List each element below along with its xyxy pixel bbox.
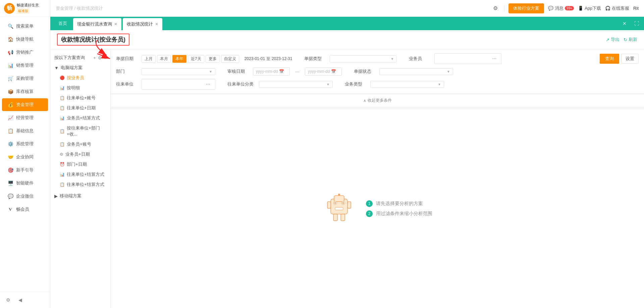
partner-select[interactable]: ··· xyxy=(142,79,215,90)
scheme-partner-date[interactable]: 📋 往来单位+日期 xyxy=(56,103,110,113)
salesperson-select[interactable]: ··· xyxy=(434,53,501,64)
settings-footer-button[interactable]: ⚙ xyxy=(3,295,13,305)
query-button[interactable]: 查询 xyxy=(600,54,619,64)
biz-type-label: 业务类型 xyxy=(345,81,365,87)
scheme-label: 业务员+结算方式 xyxy=(67,115,100,121)
settings-button[interactable]: 设置 xyxy=(621,54,639,64)
collapse-more-conditions[interactable]: ∧ 收起更多条件 xyxy=(111,94,644,107)
sidebar-item-label: 采购管理 xyxy=(16,75,34,82)
main-content: 资金管理 / 收款情况统计 ⚙ 体验行业方案 💬 消息 99+ 📱 App下载 … xyxy=(50,0,644,308)
desktop-group[interactable]: ▼ 电脑端方案 xyxy=(50,63,110,73)
dept-select[interactable]: ▼ xyxy=(142,68,215,75)
partner-more-icon[interactable]: ··· xyxy=(204,81,212,88)
sidebar-item-guide[interactable]: 🎯 新手引导 xyxy=(2,164,48,176)
logo-icon: 畅 xyxy=(4,3,15,14)
scheme-partner-settle1[interactable]: 📊 往来单位+结算方式 xyxy=(56,169,110,179)
step-2-text: 用过滤条件来缩小分析范围 xyxy=(376,211,432,217)
scheme-partner-account[interactable]: 📋 往来单位+账号 xyxy=(56,93,110,103)
sidebar-item-search-menu[interactable]: 🔍 搜索菜单 xyxy=(2,20,48,33)
member-icon: V xyxy=(7,206,13,212)
scheme-by-detail[interactable]: 📊 按明细 xyxy=(56,83,110,93)
online-service-button[interactable]: 🎧 在线客服 xyxy=(605,5,629,11)
dept-arrow: ▼ xyxy=(209,70,212,73)
scheme-partner-settle2[interactable]: 📋 往来单位+结算方式 xyxy=(56,179,110,190)
sidebar-item-operation[interactable]: 📈 经营管理 xyxy=(2,111,48,124)
refresh-button[interactable]: ↻ 刷新 xyxy=(624,37,637,43)
sidebar-item-hardware[interactable]: 🖥️ 智能硬件 xyxy=(2,177,48,190)
refresh-label: 刷新 xyxy=(629,37,637,43)
sidebar-item-basic[interactable]: 📋 基础信息 xyxy=(2,124,48,137)
scheme-by-salesperson[interactable]: 🔴 按业务员 xyxy=(56,73,110,83)
export-button[interactable]: ↗ 导出 xyxy=(606,37,620,43)
desktop-group-label: 电脑端方案 xyxy=(61,65,83,71)
sidebar-item-enterprise[interactable]: 🤝 企业协同 xyxy=(2,151,48,163)
calendar-icon-2: 📅 xyxy=(331,69,336,74)
sidebar-item-finance[interactable]: 💰 资金管理 xyxy=(2,98,48,111)
date-to: 至 xyxy=(266,56,270,62)
scheme-salesperson-account[interactable]: 📋 业务员+账号 xyxy=(56,139,110,149)
window-close-button[interactable]: ✕ xyxy=(620,19,629,28)
partner-category-label: 往来单位分类 xyxy=(227,81,254,87)
operation-icon: 📈 xyxy=(7,115,13,121)
topbar-settings-icon[interactable]: ⚙ xyxy=(491,4,500,13)
tab-cashflow-label: 现金银行流水查询 xyxy=(77,21,112,27)
sidebar: 畅 畅捷通好生意 标准版 🔍 搜索菜单 🏠 快捷导航 📢 营销推广 📊 销售管理… xyxy=(0,0,50,308)
date-range: 2023-01-01 至 2023-12-31 xyxy=(245,56,292,62)
biz-type-select[interactable]: ▼ xyxy=(370,81,444,88)
date-btn-last-7-days[interactable]: 近7天 xyxy=(188,55,204,63)
app-download-button[interactable]: 📱 App下载 xyxy=(578,5,601,11)
salesperson-more-icon[interactable]: ··· xyxy=(490,55,498,62)
collapse-panel-button[interactable]: « xyxy=(104,55,106,60)
desktop-group-children: 🔴 按业务员 📊 按明细 📋 往来单位+账号 📋 往来单位+日期 📊 xyxy=(50,73,110,190)
sidebar-item-member[interactable]: V 畅会员 xyxy=(2,203,48,216)
sidebar-item-system[interactable]: ⚙️ 系统管理 xyxy=(2,138,48,150)
empty-content: 1 请先选择要分析的方案 2 用过滤条件来缩小分析范围 xyxy=(322,186,432,232)
date-btn-more[interactable]: 更多 xyxy=(206,55,220,63)
svg-point-5 xyxy=(334,202,336,204)
dept-label: 部门 xyxy=(116,68,136,74)
sidebar-item-purchase[interactable]: 🛒 采购管理 xyxy=(2,72,48,85)
doc-type-select[interactable]: ▼ xyxy=(330,55,397,62)
tab-cashflow-close[interactable]: ✕ xyxy=(114,22,117,27)
audit-date-end[interactable]: yyyy-mm-dd 📅 xyxy=(305,67,342,75)
tab-home[interactable]: 首页 xyxy=(53,17,72,30)
audit-date-start[interactable]: yyyy-mm-dd 📅 xyxy=(253,67,290,75)
panel-header: 按以下方案查询 + ⚙ « xyxy=(50,53,110,63)
inventory-icon: 📦 xyxy=(7,89,13,95)
window-expand-button[interactable]: ⛶ xyxy=(632,19,641,28)
date-btn-this-year[interactable]: 本年 xyxy=(172,55,186,63)
date-btn-this-month[interactable]: 本月 xyxy=(157,55,171,63)
sidebar-item-label: 营销推广 xyxy=(16,49,34,55)
scheme-partner-dept-collect[interactable]: 📋 按往来单位+部门+收... xyxy=(56,123,110,139)
date-btn-custom[interactable]: 自定义 xyxy=(221,55,239,63)
sidebar-item-sales[interactable]: 📊 销售管理 xyxy=(2,59,48,72)
doc-type-arrow: ▼ xyxy=(391,57,394,61)
step-1-num: 1 xyxy=(366,200,373,207)
tab-receipt[interactable]: 收款情况统计 ✕ xyxy=(123,18,162,30)
content-area: 按以下方案查询 + ⚙ « ▼ 电脑端方案 🔴 按业务员 📊 按 xyxy=(50,49,644,308)
user-name[interactable]: Rit xyxy=(633,6,639,11)
partner-category-select[interactable]: ▼ xyxy=(259,81,333,88)
mobile-group[interactable]: ▶ 移动端方案 xyxy=(50,191,110,201)
message-button[interactable]: 💬 消息 99+ xyxy=(548,5,574,11)
collapse-sidebar-button[interactable]: ◀ xyxy=(15,295,25,305)
sidebar-item-quick-nav[interactable]: 🏠 快捷导航 xyxy=(2,33,48,46)
date-btn-last-month[interactable]: 上月 xyxy=(142,55,156,63)
scheme-salesperson-settle[interactable]: 📊 业务员+结算方式 xyxy=(56,113,110,123)
sidebar-item-wechat[interactable]: 💬 企业微信 xyxy=(2,190,48,203)
scheme-settings-button[interactable]: ⚙ xyxy=(98,55,102,60)
scheme-salesperson-date[interactable]: ⚙ 业务员+日期 xyxy=(56,149,110,159)
scheme-dept-date[interactable]: ⏰ 部门+日期 xyxy=(56,159,110,169)
trial-button[interactable]: 体验行业方案 xyxy=(508,3,544,13)
sidebar-item-inventory[interactable]: 📦 库存核算 xyxy=(2,85,48,98)
tab-cashflow[interactable]: 现金银行流水查询 ✕ xyxy=(73,18,121,30)
doc-status-select[interactable]: ▼ xyxy=(379,68,453,75)
tab-receipt-close[interactable]: ✕ xyxy=(155,22,158,27)
empty-steps: 1 请先选择要分析的方案 2 用过滤条件来缩小分析范围 xyxy=(366,200,432,217)
home-icon: 🏠 xyxy=(7,36,13,42)
sidebar-item-marketing[interactable]: 📢 营销推广 xyxy=(2,46,48,59)
svg-rect-8 xyxy=(327,202,331,208)
breadcrumb: 资金管理 / 收款情况统计 xyxy=(56,5,487,11)
sidebar-item-label: 企业微信 xyxy=(16,193,34,199)
add-scheme-button[interactable]: + xyxy=(93,55,96,60)
